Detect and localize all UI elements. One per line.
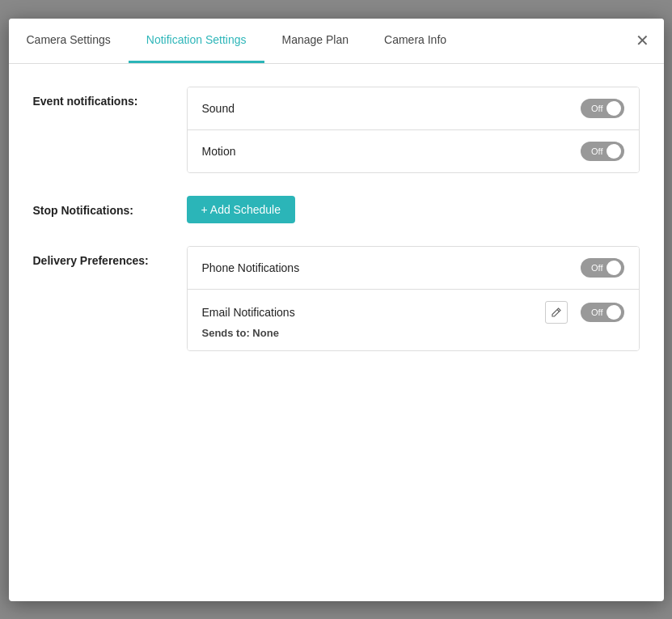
close-button[interactable]: ✕	[628, 26, 657, 55]
modal: Camera Settings Notification Settings Ma…	[9, 19, 664, 601]
event-notifications-label: Event notifications:	[33, 87, 187, 108]
stop-notifications-content: + Add Schedule	[187, 196, 640, 223]
phone-toggle[interactable]: Off	[581, 258, 624, 278]
modal-header: Camera Settings Notification Settings Ma…	[9, 19, 664, 64]
stop-notifications-label: Stop Notifications:	[33, 196, 187, 217]
delivery-preferences-section: Delivery Preferences: Phone Notification…	[33, 246, 640, 351]
motion-label: Motion	[202, 145, 236, 158]
email-sends-to: Sends to: None	[202, 327, 279, 339]
event-notifications-card: Sound Off Motion Off	[187, 87, 640, 173]
sound-toggle-label: Off	[591, 104, 602, 113]
email-row-top: Email Notifications	[202, 301, 624, 324]
email-toggle[interactable]: Off	[581, 303, 624, 322]
sends-to-value: None	[252, 327, 279, 339]
modal-body: Event notifications: Sound Off Motion	[9, 64, 664, 396]
delivery-preferences-card: Phone Notifications Off Email Notificati…	[187, 246, 640, 351]
sound-label: Sound	[202, 102, 235, 115]
phone-notifications-label: Phone Notifications	[202, 261, 300, 274]
sound-toggle-knob	[606, 101, 621, 116]
event-notifications-section: Event notifications: Sound Off Motion	[33, 87, 640, 173]
email-notifications-row: Email Notifications	[188, 289, 639, 350]
delivery-preferences-label: Delivery Preferences:	[33, 246, 187, 267]
modal-overlay: Camera Settings Notification Settings Ma…	[0, 0, 672, 619]
stop-notifications-section: Stop Notifications: + Add Schedule	[33, 196, 640, 223]
motion-toggle[interactable]: Off	[581, 142, 624, 161]
phone-toggle-label: Off	[591, 263, 602, 273]
add-schedule-button[interactable]: + Add Schedule	[187, 196, 295, 223]
sends-to-label: Sends to:	[202, 327, 250, 339]
phone-toggle-knob	[606, 261, 621, 275]
phone-notifications-row: Phone Notifications Off	[188, 247, 639, 289]
tab-notification-settings[interactable]: Notification Settings	[129, 19, 264, 63]
email-toggle-knob	[606, 305, 621, 320]
tab-camera-settings[interactable]: Camera Settings	[9, 19, 129, 63]
delivery-preferences-content: Phone Notifications Off Email Notificati…	[187, 246, 640, 351]
motion-toggle-label: Off	[591, 146, 602, 156]
tab-manage-plan[interactable]: Manage Plan	[264, 19, 367, 63]
event-notifications-content: Sound Off Motion Off	[187, 87, 640, 173]
email-toggle-label: Off	[591, 307, 602, 317]
email-toggle-group: Off	[545, 301, 624, 324]
sound-toggle[interactable]: Off	[581, 99, 624, 118]
edit-email-button[interactable]	[545, 301, 568, 324]
sound-row: Sound Off	[188, 87, 639, 129]
motion-row: Motion Off	[188, 129, 639, 172]
tab-camera-info[interactable]: Camera Info	[366, 19, 464, 63]
motion-toggle-knob	[606, 144, 621, 159]
tabs-container: Camera Settings Notification Settings Ma…	[9, 19, 465, 63]
email-notifications-label: Email Notifications	[202, 306, 295, 319]
